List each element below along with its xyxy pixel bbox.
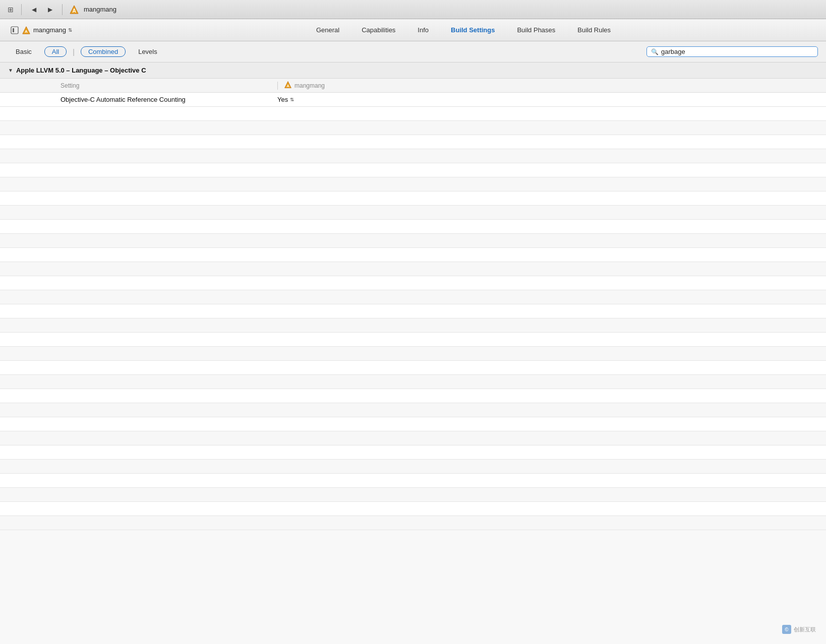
empty-row [0, 417, 826, 431]
search-wrapper: 🔍 [646, 46, 818, 57]
empty-row [0, 304, 826, 318]
empty-row [0, 262, 826, 276]
empty-row [0, 206, 826, 220]
col-target-icon: A [284, 81, 292, 90]
back-button[interactable]: ◀ [28, 4, 40, 16]
empty-row [0, 474, 826, 488]
empty-row [0, 121, 826, 135]
empty-row [0, 333, 826, 347]
empty-rows [0, 107, 826, 530]
empty-row [0, 107, 826, 121]
empty-row [0, 248, 826, 262]
empty-row [0, 318, 826, 333]
table-row: Objective-C Automatic Reference Counting… [0, 93, 826, 107]
value-stepper-icon[interactable]: ⇅ [290, 97, 294, 102]
empty-row [0, 389, 826, 403]
divider2 [62, 4, 63, 15]
filter-bar: Basic All | Combined Levels 🔍 [0, 41, 826, 62]
watermark: © 创新互联 [782, 625, 816, 634]
toolbar-target[interactable]: A mangmang ⇅ [10, 25, 111, 35]
column-divider [277, 82, 278, 90]
svg-rect-3 [13, 28, 14, 32]
tab-general[interactable]: General [305, 24, 350, 36]
empty-row [0, 149, 826, 163]
filter-separator: | [73, 48, 75, 56]
filter-levels-button[interactable]: Levels [131, 46, 165, 57]
filter-all-button[interactable]: All [44, 46, 67, 57]
empty-row [0, 502, 826, 516]
toolbar: A mangmang ⇅ General Capabilities Info B… [0, 19, 826, 41]
forward-button[interactable]: ▶ [44, 4, 56, 16]
project-icon: A [69, 4, 80, 15]
filter-combined-button[interactable]: Combined [81, 46, 126, 57]
empty-row [0, 191, 826, 206]
section-title: Apple LLVM 5.0 – Language – Objective C [16, 67, 146, 74]
toolbar-back-icon [10, 26, 19, 35]
empty-row [0, 488, 826, 502]
column-header-row: Setting A mangmang [0, 79, 826, 93]
content-area: ▼ Apple LLVM 5.0 – Language – Objective … [0, 62, 826, 644]
empty-row [0, 234, 826, 248]
empty-row [0, 431, 826, 445]
tab-build-rules[interactable]: Build Rules [566, 24, 622, 36]
toolbar-tabs: General Capabilities Info Build Settings… [111, 24, 816, 36]
tab-build-settings[interactable]: Build Settings [440, 24, 506, 36]
divider [21, 4, 22, 15]
column-header-setting: Setting [61, 82, 277, 89]
column-header-target: A mangmang [284, 81, 325, 90]
search-icon: 🔍 [651, 48, 659, 55]
setting-value: Yes ⇅ [277, 93, 294, 106]
section-collapse-icon[interactable]: ▼ [8, 68, 13, 73]
empty-row [0, 516, 826, 530]
column-header-target-label: mangmang [294, 82, 325, 89]
svg-text:A: A [286, 84, 289, 88]
empty-row [0, 347, 826, 361]
tab-info[interactable]: Info [406, 24, 440, 36]
empty-row [0, 460, 826, 474]
grid-icon: ⊞ [6, 5, 15, 14]
empty-row [0, 163, 826, 177]
svg-rect-2 [11, 27, 18, 34]
empty-row [0, 177, 826, 191]
empty-row [0, 445, 826, 460]
tab-build-phases[interactable]: Build Phases [506, 24, 566, 36]
title-bar-label: mangmang [84, 6, 116, 13]
empty-row [0, 290, 826, 304]
svg-text:A: A [72, 8, 76, 14]
search-input[interactable] [661, 48, 813, 55]
filter-basic-button[interactable]: Basic [8, 46, 39, 57]
section-header: ▼ Apple LLVM 5.0 – Language – Objective … [0, 62, 826, 79]
empty-row [0, 276, 826, 290]
empty-row [0, 375, 826, 389]
value-text: Yes [277, 96, 288, 103]
tab-capabilities[interactable]: Capabilities [350, 24, 406, 36]
title-bar: ⊞ ◀ ▶ A mangmang [0, 0, 826, 19]
svg-text:A: A [25, 29, 28, 34]
empty-row [0, 135, 826, 149]
watermark-icon: © [782, 625, 791, 634]
empty-row [0, 403, 826, 417]
empty-row [0, 361, 826, 375]
watermark-label: 创新互联 [794, 626, 816, 633]
toolbar-target-label: mangmang [33, 26, 66, 34]
toolbar-target-arrows: ⇅ [68, 27, 72, 33]
setting-label: Objective-C Automatic Reference Counting [61, 93, 277, 106]
toolbar-target-icon: A [21, 25, 31, 35]
empty-row [0, 220, 826, 234]
